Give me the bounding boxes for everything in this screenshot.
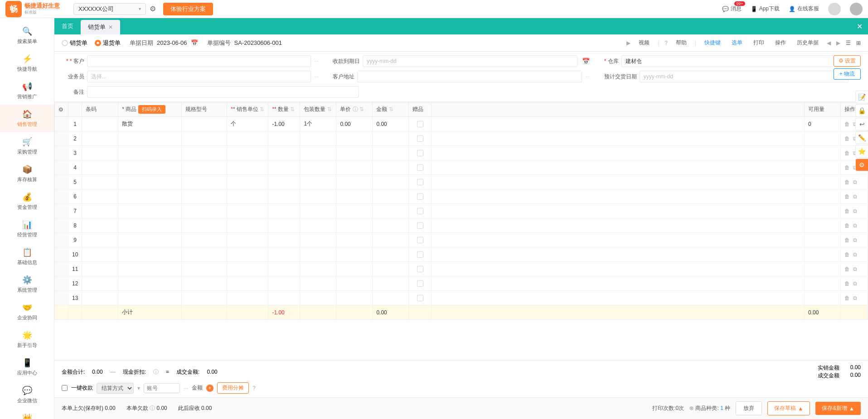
cell-barcode-9[interactable] xyxy=(82,247,118,262)
cell-amount-11[interactable] xyxy=(373,276,409,291)
floater-pen-icon[interactable]: ✏️ xyxy=(855,131,868,144)
cell-spec-10[interactable] xyxy=(182,262,227,276)
cell-goods-5[interactable] xyxy=(118,189,182,204)
cell-barcode-10[interactable] xyxy=(82,262,118,276)
cell-unit-3[interactable] xyxy=(227,160,268,175)
cell-barcode-7[interactable] xyxy=(82,218,118,233)
tab-home[interactable]: 首页 xyxy=(54,18,81,34)
print-btn[interactable]: 打印 xyxy=(751,38,767,48)
floater-undo-icon[interactable]: ↩ xyxy=(855,118,868,130)
message-btn[interactable]: 💬 消息 99+ xyxy=(722,5,742,13)
sidebar-item-member[interactable]: 👑 畅会员 xyxy=(0,409,54,419)
filter-btn[interactable]: 选单 xyxy=(729,38,745,48)
cell-price-12[interactable] xyxy=(336,291,373,305)
history-btn[interactable]: 历史单据 xyxy=(794,38,821,48)
cell-goods-12[interactable] xyxy=(118,291,182,305)
cell-barcode-11[interactable] xyxy=(82,276,118,291)
cell-pkgqty-4[interactable] xyxy=(300,175,336,189)
cell-price-6[interactable] xyxy=(336,204,373,218)
cell-pkgqty-6[interactable] xyxy=(300,204,336,218)
help-btn[interactable]: 帮助 xyxy=(673,38,689,48)
sidebar-item-appstore[interactable]: 📱 应用中心 xyxy=(0,353,54,381)
price-info-icon[interactable]: ⓘ xyxy=(353,106,358,112)
floater-settings-icon[interactable]: ⚙ xyxy=(855,159,868,171)
cell-spec-0[interactable] xyxy=(182,117,227,131)
est-delivery-input[interactable]: yyyy-mm-dd xyxy=(640,71,849,82)
cell-pkgqty-10[interactable] xyxy=(300,262,336,276)
cell-qty-9[interactable] xyxy=(268,247,300,262)
cell-price-4[interactable] xyxy=(336,175,373,189)
delete-icon-1[interactable]: 🗑 xyxy=(844,135,850,142)
table-view-icon[interactable]: ⊞ xyxy=(856,40,861,46)
video-btn[interactable]: 视频 xyxy=(636,38,652,48)
cell-spec-8[interactable] xyxy=(182,233,227,247)
delete-icon-4[interactable]: 🗑 xyxy=(844,179,850,185)
cell-qty-8[interactable] xyxy=(268,233,300,247)
cell-spec-4[interactable] xyxy=(182,175,227,189)
gift-checkbox-8[interactable] xyxy=(417,237,423,243)
cell-spec-12[interactable] xyxy=(182,291,227,305)
cell-spec-9[interactable] xyxy=(182,247,227,262)
delete-icon-8[interactable]: 🗑 xyxy=(844,237,850,243)
copy-icon-9[interactable]: ⧉ xyxy=(853,251,857,258)
cell-price-10[interactable] xyxy=(336,262,373,276)
delete-icon-11[interactable]: 🗑 xyxy=(844,280,850,287)
cell-price-5[interactable] xyxy=(336,189,373,204)
cell-amount-1[interactable] xyxy=(373,131,409,146)
cell-unit-8[interactable] xyxy=(227,233,268,247)
delete-icon-6[interactable]: 🗑 xyxy=(844,208,850,214)
nav-prev-icon[interactable]: ◀ xyxy=(827,40,831,46)
cell-unit-4[interactable] xyxy=(227,175,268,189)
gift-checkbox-7[interactable] xyxy=(417,222,423,229)
copy-icon-11[interactable]: ⧉ xyxy=(853,280,857,287)
th-settings[interactable]: ⚙ xyxy=(55,102,68,117)
cell-spec-7[interactable] xyxy=(182,218,227,233)
cell-price-9[interactable] xyxy=(336,247,373,262)
customer-input[interactable] xyxy=(87,55,311,67)
cell-qty-1[interactable] xyxy=(268,131,300,146)
cell-goods-6[interactable] xyxy=(118,204,182,218)
shortcut-btn[interactable]: 快捷键 xyxy=(702,38,723,48)
cell-qty-4[interactable] xyxy=(268,175,300,189)
cell-amount-10[interactable] xyxy=(373,262,409,276)
gift-checkbox-12[interactable] xyxy=(417,295,423,301)
copy-icon-12[interactable]: ⧉ xyxy=(853,295,857,301)
company-selector[interactable]: XXXXXX公司 ▾ xyxy=(73,3,146,15)
gift-checkbox-3[interactable] xyxy=(417,164,423,171)
settings-btn[interactable]: ⚙ 设置 xyxy=(834,55,861,67)
gift-checkbox-11[interactable] xyxy=(417,280,423,287)
cell-goods-7[interactable] xyxy=(118,218,182,233)
cell-pkgqty-5[interactable] xyxy=(300,189,336,204)
due-date-input[interactable]: yyyy-mm-dd xyxy=(363,55,577,67)
sidebar-item-quick-nav[interactable]: ⚡ 快捷导航 xyxy=(0,49,54,77)
sidebar-item-system[interactable]: ⚙️ 系统管理 xyxy=(0,270,54,298)
sidebar-item-basic[interactable]: 📋 基础信息 xyxy=(0,243,54,270)
cell-qty-10[interactable] xyxy=(268,262,300,276)
gift-checkbox-2[interactable] xyxy=(417,150,423,156)
sidebar-item-inventory[interactable]: 📦 库存核算 xyxy=(0,160,54,188)
cell-unit-1[interactable] xyxy=(227,131,268,146)
cell-qty-11[interactable] xyxy=(268,276,300,291)
cell-pkgqty-12[interactable] xyxy=(300,291,336,305)
sidebar-item-sales[interactable]: 🏠 销售管理 xyxy=(0,105,54,132)
account-more-icon[interactable]: ··· xyxy=(184,385,188,391)
delete-icon-5[interactable]: 🗑 xyxy=(844,193,850,200)
one-click-pay-checkbox[interactable] xyxy=(62,385,68,391)
gift-checkbox-10[interactable] xyxy=(417,266,423,272)
cell-barcode-12[interactable] xyxy=(82,291,118,305)
copy-icon-6[interactable]: ⧉ xyxy=(853,208,857,214)
cell-spec-2[interactable] xyxy=(182,146,227,160)
cell-pkgqty-7[interactable] xyxy=(300,218,336,233)
cell-unit-7[interactable] xyxy=(227,218,268,233)
account-input[interactable] xyxy=(144,383,180,393)
delete-icon-10[interactable]: 🗑 xyxy=(844,266,850,272)
fee-help-icon[interactable]: ? xyxy=(252,385,256,391)
cell-goods-3[interactable] xyxy=(118,160,182,175)
avatar2[interactable] xyxy=(850,3,863,15)
cell-barcode-4[interactable] xyxy=(82,175,118,189)
single-owe-info[interactable]: ⓘ xyxy=(150,405,155,411)
cell-amount-0[interactable]: 0.00 xyxy=(373,117,409,131)
calendar-icon[interactable]: 📅 xyxy=(191,39,198,46)
cell-pkgqty-11[interactable] xyxy=(300,276,336,291)
cash-discount-info[interactable]: ⓘ xyxy=(153,368,159,376)
